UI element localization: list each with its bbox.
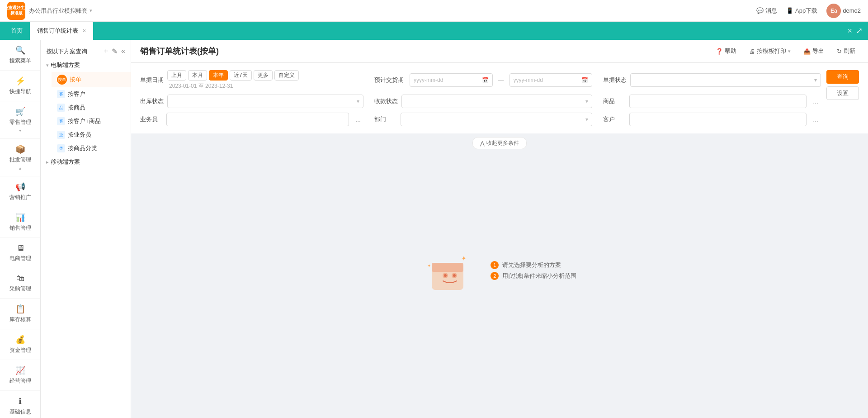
page-header: 销售订单统计表(按单) ❓ 帮助 🖨 按模板打印 ▾ 📤 导出 xyxy=(131,40,868,63)
scheme-by-goods[interactable]: 品 按商品 xyxy=(52,101,131,114)
empty-text: 1 请先选择要分析的方案 2 用[过滤]条件来缩小分析范围 xyxy=(491,261,576,283)
sidebar-item-purchase[interactable]: 🛍 采购管理 xyxy=(0,268,40,299)
customer-ellipsis-button[interactable]: ... xyxy=(810,115,821,124)
app-logo: 畅捷通好生意 标准版 xyxy=(7,2,25,20)
staff-label: 业务员 xyxy=(140,115,163,124)
staff-ellipsis-button[interactable]: ... xyxy=(353,115,363,124)
sidebar-item-business[interactable]: 📈 经营管理 xyxy=(0,360,40,391)
goods-input[interactable] xyxy=(629,95,807,108)
sidebar-item-quick-nav[interactable]: ⚡ 快捷导航 xyxy=(0,71,40,101)
sidebar-item-retail[interactable]: 🛒 零售管理 ▾ xyxy=(0,101,40,139)
dept-label: 部门 xyxy=(374,115,397,124)
download-icon: 📱 xyxy=(786,7,793,14)
main-layout: 🔍 搜索菜单 ⚡ 快捷导航 🛒 零售管理 ▾ 📦 批发管理 ▴ 📢 营销推广 📊… xyxy=(0,40,868,418)
tab-home[interactable]: 首页 xyxy=(4,22,30,40)
scheme-by-order[interactable]: 按单 按单 xyxy=(52,72,131,87)
tab-sales-order[interactable]: 销售订单统计表 × xyxy=(30,22,93,40)
sidebar-item-finance[interactable]: 💰 资金管理 xyxy=(0,329,40,360)
scheme-by-category[interactable]: 类 按商品分类 xyxy=(52,142,131,155)
empty-step2: 2 用[过滤]条件来缩小分析范围 xyxy=(491,272,576,280)
dept-select[interactable]: ▾ xyxy=(401,113,592,126)
scheme-by-staff[interactable]: 业 按业务员 xyxy=(52,128,131,142)
user-menu[interactable]: Ea demo2 xyxy=(826,4,861,18)
app-download-button[interactable]: 📱 App下载 xyxy=(786,7,817,15)
out-status-select[interactable]: ▾ xyxy=(167,95,363,108)
collapse-icon: ⋀ xyxy=(480,140,485,147)
tree-group-pc-header[interactable]: ▾ 电脑端方案 xyxy=(41,58,131,72)
cust-goods-scheme-icon: 客 xyxy=(57,117,65,125)
order-icon: 按单 xyxy=(57,75,67,85)
sidebar-item-basic[interactable]: ℹ 基础信息 xyxy=(0,391,40,418)
date-btn-prev-month[interactable]: 上月 xyxy=(167,70,186,81)
svg-text:✦: ✦ xyxy=(461,255,467,262)
date-range-text: 2023-01-01 至 2023-12-31 xyxy=(169,82,363,90)
sidebar-item-ecommerce[interactable]: 🖥 电商管理 xyxy=(0,238,40,268)
payment-status-select[interactable]: ▾ xyxy=(401,95,592,108)
quick-nav-icon: ⚡ xyxy=(15,76,25,86)
app-title[interactable]: 办公用品行业模拟账套 ▾ xyxy=(29,7,92,15)
refresh-button[interactable]: ↻ 刷新 xyxy=(833,45,859,57)
add-scheme-button[interactable]: + xyxy=(104,47,108,56)
basic-icon: ℹ xyxy=(19,396,22,406)
out-status-label: 出库状态 xyxy=(140,97,164,105)
date-btn-this-year[interactable]: 本年 xyxy=(209,70,228,81)
sidebar-item-inventory[interactable]: 📋 库存核算 xyxy=(0,299,40,329)
sidebar: 🔍 搜索菜单 ⚡ 快捷导航 🛒 零售管理 ▾ 📦 批发管理 ▴ 📢 营销推广 📊… xyxy=(0,40,41,418)
expected-date-start[interactable]: yyyy-mm-dd 📅 xyxy=(410,73,493,87)
staff-input[interactable] xyxy=(166,113,349,126)
print-button[interactable]: 🖨 按模板打印 ▾ xyxy=(745,45,794,57)
search-icon: 🔍 xyxy=(15,45,25,55)
date-btn-7days[interactable]: 近7天 xyxy=(230,70,252,81)
window-max-button[interactable]: ⤢ xyxy=(856,26,863,36)
settings-button[interactable]: 设置 xyxy=(826,86,859,100)
print-arrow-icon: ▾ xyxy=(788,48,791,54)
date-btn-this-month[interactable]: 本月 xyxy=(188,70,207,81)
purchase-icon: 🛍 xyxy=(16,274,24,283)
inventory-icon: 📋 xyxy=(15,304,25,314)
payment-status-arrow-icon: ▾ xyxy=(585,98,588,104)
scheme-by-cust-goods[interactable]: 客 按客户+商品 xyxy=(52,114,131,128)
svg-text:✦: ✦ xyxy=(427,263,431,268)
export-button[interactable]: 📤 导出 xyxy=(800,45,828,57)
date-dash: — xyxy=(496,77,506,84)
message-button[interactable]: 💬 消息 xyxy=(756,7,777,15)
tab-window-controls: × ⤢ xyxy=(847,26,868,36)
goods-scheme-icon: 品 xyxy=(57,104,65,112)
help-button[interactable]: ❓ 帮助 xyxy=(712,45,740,57)
tree-group-mobile: ▸ 移动端方案 xyxy=(41,155,131,169)
edit-scheme-button[interactable]: ✎ xyxy=(112,47,118,56)
step1-num: 1 xyxy=(491,261,499,269)
status-select[interactable]: ▾ xyxy=(630,73,821,87)
query-buttons: 查询 设置 xyxy=(826,70,859,100)
empty-state: ✦ ✦ 1 请先选择要分析的方案 2 用[过滤]条件来缩小分析范围 xyxy=(131,153,868,418)
date-label: 单据日期 xyxy=(140,76,164,84)
tree-expand-icon: ▾ xyxy=(46,62,49,68)
window-close-button[interactable]: × xyxy=(847,26,852,36)
scheme-by-customer[interactable]: 客 按客户 xyxy=(52,87,131,101)
sidebar-item-search[interactable]: 🔍 搜索菜单 xyxy=(0,40,40,71)
tree-collapse-icon: ▸ xyxy=(46,159,49,165)
goods-ellipsis-button[interactable]: ... xyxy=(810,97,821,106)
left-panel-header: 按以下方案查询 + ✎ « xyxy=(41,44,131,58)
query-button[interactable]: 查询 xyxy=(826,70,859,84)
collapse-panel-button[interactable]: « xyxy=(121,47,125,56)
goods-label: 商品 xyxy=(603,97,626,105)
collapse-button[interactable]: ⋀ 收起更多条件 xyxy=(472,137,527,149)
empty-step1: 1 请先选择要分析的方案 xyxy=(491,261,576,269)
customer-input[interactable] xyxy=(629,113,807,126)
svg-rect-1 xyxy=(432,263,463,272)
date-btn-more[interactable]: 更多 xyxy=(254,70,273,81)
refresh-icon: ↻ xyxy=(837,48,842,55)
tree-group-mobile-header[interactable]: ▸ 移动端方案 xyxy=(41,155,131,169)
date-btn-custom[interactable]: 自定义 xyxy=(274,70,299,81)
tab-close-icon[interactable]: × xyxy=(83,28,86,34)
sidebar-item-marketing[interactable]: 📢 营销推广 xyxy=(0,176,40,207)
expected-date-end[interactable]: yyyy-mm-dd 📅 xyxy=(509,73,593,87)
payment-status-label: 收款状态 xyxy=(374,97,398,105)
tree-children-pc: 按单 按单 客 按客户 品 按商品 客 按客户+商品 xyxy=(41,72,131,155)
dept-arrow-icon: ▾ xyxy=(585,116,588,123)
tab-bar: 首页 销售订单统计表 × × ⤢ xyxy=(0,22,868,40)
sidebar-item-sales[interactable]: 📊 销售管理 xyxy=(0,207,40,238)
sidebar-item-wholesale[interactable]: 📦 批发管理 ▴ xyxy=(0,139,40,176)
collapse-row: ⋀ 收起更多条件 xyxy=(131,133,868,153)
